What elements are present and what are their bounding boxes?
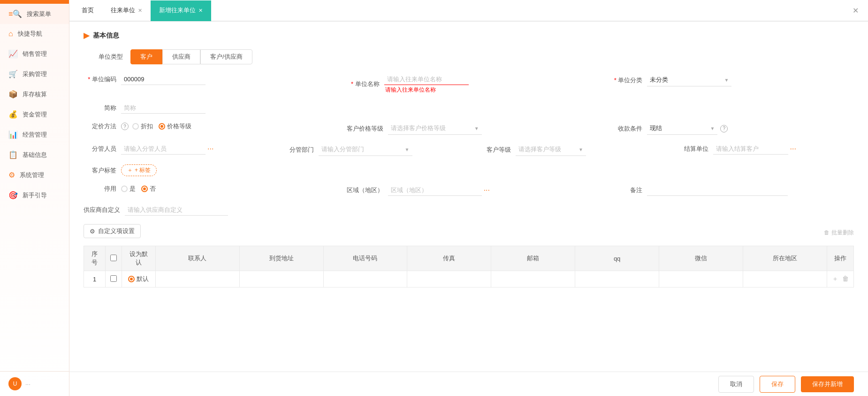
row-wechat-input[interactable]: [664, 276, 738, 283]
settlement-input[interactable]: [713, 143, 788, 155]
customer-price-dropdown[interactable]: 请选择客户价格等级 ▼: [388, 122, 482, 135]
tab-contacts-close[interactable]: ✕: [138, 8, 142, 14]
field-supplier-custom: 供应商自定义: [84, 204, 854, 216]
add-tag-button[interactable]: ＋ + 标签: [121, 164, 157, 176]
col-qq: qq: [575, 246, 659, 271]
row-qq-input[interactable]: [580, 276, 654, 283]
pricing-level-radio[interactable]: 价格等级: [159, 122, 191, 131]
row-address-input[interactable]: [244, 276, 319, 283]
unit-name-input[interactable]: [384, 74, 469, 85]
row-delete-btn[interactable]: 🗑: [842, 275, 849, 283]
stop-yes-circle: [121, 186, 128, 192]
tab-home[interactable]: 首页: [73, 0, 102, 21]
settlement-more-dots[interactable]: ···: [788, 145, 798, 153]
customer-level-dropdown[interactable]: 请选择客户等级 ▼: [516, 143, 586, 156]
unit-type-supplier-btn[interactable]: 供应商: [162, 49, 200, 64]
sidebar-item-finance[interactable]: 💰 资金管理: [0, 104, 69, 124]
customer-price-chevron: ▼: [474, 126, 479, 131]
pricing-discount-radio[interactable]: 折扣: [132, 122, 153, 131]
row-fax-input[interactable]: [412, 276, 486, 283]
sidebar-item-sales[interactable]: 📈 销售管理: [0, 44, 69, 64]
row-address[interactable]: [239, 271, 323, 287]
field-customer-price: 客户价格等级 请选择客户价格等级 ▼: [347, 122, 591, 135]
row-contact-input[interactable]: [160, 276, 235, 283]
sidebar-item-purchase[interactable]: 🛒 采购管理: [0, 64, 69, 84]
manager-more-dots[interactable]: ···: [206, 145, 215, 153]
save-button[interactable]: 保存: [760, 376, 795, 393]
remark-input[interactable]: [647, 185, 788, 196]
field-pricing: 定价方法 ? 折扣 价格等级: [84, 122, 328, 131]
col-fax: 传真: [407, 246, 491, 271]
unit-category-label: 单位分类: [609, 76, 647, 85]
stop-yes-radio[interactable]: 是: [121, 185, 136, 193]
area-input[interactable]: [388, 185, 482, 196]
pricing-radio-group: 折扣 价格等级: [132, 122, 191, 131]
dept-dropdown[interactable]: 请输入分管部门 ▼: [319, 143, 412, 156]
customer-level-placeholder: 请选择客户等级: [518, 145, 561, 154]
col-seq: 序号: [84, 246, 106, 271]
payment-help-icon[interactable]: ?: [720, 125, 728, 132]
sidebar-search-label: 搜索菜单: [27, 10, 51, 18]
sidebar-item-quicknav[interactable]: ⌂ 快捷导航: [0, 24, 69, 44]
sidebar-item-basicinfo[interactable]: 📋 基础信息: [0, 145, 69, 165]
row-wechat[interactable]: [659, 271, 743, 287]
tab-new-contact-close[interactable]: ✕: [198, 8, 203, 14]
customer-price-label: 客户价格等级: [347, 124, 388, 133]
payment-value: 现结: [650, 124, 662, 132]
tab-contacts[interactable]: 往来单位 ✕: [102, 0, 151, 21]
tag-btn-label: + 标签: [135, 166, 151, 174]
unit-type-row: 单位类型 客户 供应商 客户/供应商: [84, 49, 854, 64]
field-stop: 停用 是 否: [84, 185, 328, 193]
pricing-help-icon[interactable]: ?: [121, 123, 129, 130]
unit-name-label: 单位名称: [347, 80, 384, 88]
select-all-checkbox[interactable]: [110, 255, 117, 261]
row-qq[interactable]: [575, 271, 659, 287]
unit-type-customer-btn[interactable]: 客户: [130, 49, 162, 64]
row-phone[interactable]: [323, 271, 407, 287]
save-and-new-button[interactable]: 保存并新增: [801, 376, 854, 392]
row-region-input[interactable]: [748, 276, 822, 283]
row-fax[interactable]: [407, 271, 491, 287]
sidebar-item-search[interactable]: ≡🔍 搜索菜单: [0, 4, 69, 24]
stop-no-label: 否: [150, 185, 156, 193]
sidebar-operations-label: 经营管理: [23, 131, 47, 139]
unit-type-both-btn[interactable]: 客户/供应商: [200, 49, 252, 64]
unit-name-wrapper: 请输入往来单位名称: [384, 74, 469, 94]
unit-category-dropdown[interactable]: 未分类 ▼: [647, 74, 731, 86]
row-contact[interactable]: [155, 271, 239, 287]
field-dept: 分管部门 请输入分管部门 ▼: [281, 143, 460, 156]
manager-input[interactable]: [121, 143, 206, 155]
form-row-manager: 分管人员 ··· 分管部门 请输入分管部门 ▼ 客户等级 请选择客户等级 ▼: [84, 143, 854, 156]
window-close-btn[interactable]: ✕: [847, 6, 864, 15]
payment-dropdown[interactable]: 现结 ▼: [647, 122, 717, 135]
custom-settings-button[interactable]: ⚙ 自定义项设置: [84, 224, 141, 238]
area-more-dots[interactable]: ···: [482, 186, 492, 194]
row-add-btn[interactable]: ＋: [832, 275, 838, 283]
sidebar-item-inventory[interactable]: 📦 库存核算: [0, 84, 69, 104]
row-region[interactable]: [743, 271, 827, 287]
supplier-custom-input[interactable]: [125, 204, 228, 216]
short-name-input[interactable]: [121, 102, 206, 114]
footer-bar: 取消 保存 保存并新增: [69, 372, 868, 396]
col-phone: 电话号码: [323, 246, 407, 271]
tab-new-contact[interactable]: 新增往来单位 ✕: [151, 0, 211, 21]
batch-delete-button[interactable]: 🗑 批量删除: [824, 229, 854, 237]
form-area: ▶ 基本信息 单位类型 客户 供应商 客户/供应商 单位编码 单位名称 请输入往…: [69, 22, 868, 372]
row-phone-input[interactable]: [328, 276, 403, 283]
sidebar-inventory-label: 库存核算: [23, 90, 47, 99]
sidebar-item-guide[interactable]: 🎯 新手引导: [0, 185, 69, 205]
row-default-radio[interactable]: 默认: [127, 275, 151, 283]
unit-code-input[interactable]: [121, 74, 206, 85]
stop-no-radio[interactable]: 否: [141, 185, 156, 193]
stop-radio-group: 是 否: [121, 185, 156, 193]
sidebar-item-operations[interactable]: 📊 经营管理: [0, 124, 69, 145]
row-checkbox[interactable]: [110, 275, 117, 282]
sidebar-item-system[interactable]: ⚙ 系统管理: [0, 165, 69, 185]
row-email-input[interactable]: [496, 276, 570, 283]
cancel-button[interactable]: 取消: [718, 376, 754, 393]
sidebar-quicknav-label: 快捷导航: [18, 30, 42, 38]
section-title-text: 基本信息: [93, 31, 119, 40]
field-customer-level: 客户等级 请选择客户等级 ▼: [478, 143, 657, 156]
row-email[interactable]: [491, 271, 575, 287]
main-area: 首页 往来单位 ✕ 新增往来单位 ✕ ✕ ▶ 基本信息 单位类型 客户 供应商 …: [69, 0, 868, 396]
